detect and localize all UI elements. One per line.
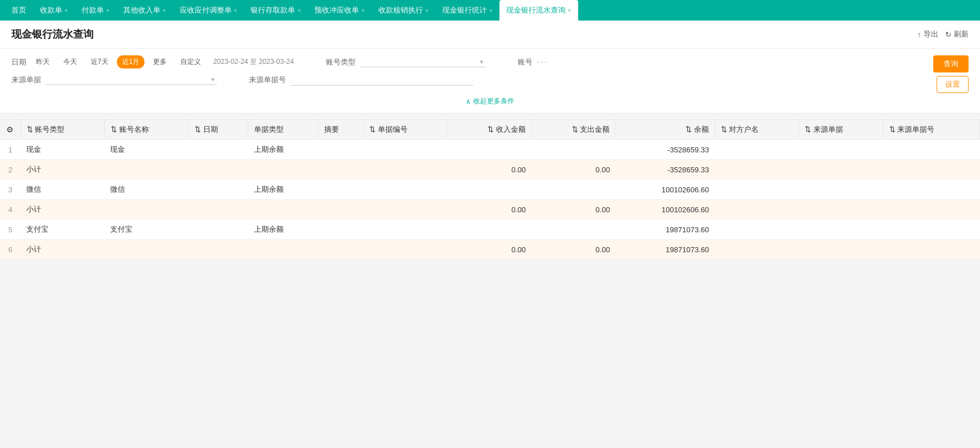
close-icon[interactable]: × (106, 7, 110, 14)
cell-source_doc (799, 140, 883, 160)
table-header: ⚙ ⇅ 账号类型 ⇅ 账号名称 ⇅ 日期 单据类型 摘要 ⇅ 单据编号 ⇅ 收入… (0, 120, 980, 140)
nav-tab-label: 收款单 (40, 5, 62, 15)
header-actions: ↑ 导出 ↻ 刷新 (918, 29, 969, 39)
nav-tab-label: 预收冲应收单 (314, 5, 359, 15)
cell-summary (318, 160, 363, 180)
cell-expense: 0.00 (531, 160, 615, 180)
close-icon[interactable]: × (361, 7, 365, 14)
refresh-icon: ↻ (945, 30, 951, 39)
nav-home[interactable]: 首页 (5, 5, 33, 15)
col-expense[interactable]: ⇅ 支出金额 (531, 120, 615, 140)
cell-date (189, 240, 248, 260)
cell-expense (531, 140, 615, 160)
cell-expense: 0.00 (531, 200, 615, 220)
nav-tab-label: 现金银行统计 (442, 5, 487, 15)
date-option-今天[interactable]: 今天 (58, 55, 82, 68)
cell-summary (318, 240, 363, 260)
cell-account_name: 微信 (104, 180, 188, 200)
nav-tab-7[interactable]: 现金银行统计× (435, 0, 499, 21)
close-icon[interactable]: × (297, 7, 301, 14)
cell-summary (318, 140, 363, 160)
nav-tab-1[interactable]: 付款单× (75, 0, 116, 21)
col-source-doc-no[interactable]: ⇅ 来源单据号 (883, 120, 979, 140)
close-icon[interactable]: × (568, 7, 571, 14)
col-summary[interactable]: 摘要 (318, 120, 363, 140)
export-button[interactable]: ↑ 导出 (918, 29, 939, 39)
col-date[interactable]: ⇅ 日期 (189, 120, 248, 140)
cell-doc_type (248, 240, 318, 260)
date-option-近1月[interactable]: 近1月 (117, 55, 145, 68)
cell-date (189, 220, 248, 240)
query-button[interactable]: 查询 (933, 55, 969, 72)
date-label: 日期 (11, 57, 26, 67)
col-income[interactable]: ⇅ 收入金额 (447, 120, 531, 140)
cell-counterpart (715, 240, 798, 260)
collapse-button[interactable]: ∧ 收起更多条件 (466, 96, 514, 106)
source-chevron-icon: ▾ (211, 76, 215, 83)
cell-date (189, 140, 248, 160)
refresh-button[interactable]: ↻ 刷新 (945, 29, 969, 39)
cell-row-num: 5 (0, 220, 21, 240)
nav-tab-label: 现金银行流水查询 (506, 5, 566, 15)
col-settings[interactable]: ⚙ (0, 120, 21, 140)
cell-doc_no (363, 180, 447, 200)
col-doc-type[interactable]: 单据类型 (248, 120, 318, 140)
nav-tab-8[interactable]: 现金银行流水查询× (499, 0, 578, 21)
page-title: 现金银行流水查询 (11, 27, 94, 41)
source-doc-select[interactable]: ▾ (46, 75, 217, 85)
cell-balance: 100102606.60 (616, 180, 715, 200)
cell-source_doc_no (883, 220, 979, 240)
account-more-button[interactable]: ··· (537, 57, 548, 67)
nav-tab-4[interactable]: 银行存取款单× (244, 0, 308, 21)
cell-summary (318, 180, 363, 200)
date-option-更多[interactable]: 更多 (148, 55, 172, 68)
source-doc-no-label: 来源单据号 (249, 75, 286, 85)
source-doc-no-input[interactable] (291, 74, 473, 86)
date-option-昨天[interactable]: 昨天 (31, 55, 55, 68)
col-account-type[interactable]: ⇅ 账号类型 (21, 120, 104, 140)
cell-source_doc_no (883, 180, 979, 200)
cell-balance: -3528659.33 (616, 140, 715, 160)
nav-tab-0[interactable]: 收款单× (33, 0, 75, 21)
cell-source_doc_no (883, 200, 979, 220)
cell-date (189, 180, 248, 200)
refresh-label: 刷新 (954, 29, 969, 39)
cell-account_name: 支付宝 (104, 220, 188, 240)
nav-tab-2[interactable]: 其他收入单× (116, 0, 173, 21)
cell-doc_no (363, 200, 447, 220)
col-account-name[interactable]: ⇅ 账号名称 (104, 120, 188, 140)
close-icon[interactable]: × (489, 7, 493, 14)
close-icon[interactable]: × (64, 7, 68, 14)
cell-row-num: 3 (0, 180, 21, 200)
cell-account_name (104, 160, 188, 180)
export-label: 导出 (923, 29, 938, 39)
nav-tab-5[interactable]: 预收冲应收单× (308, 0, 372, 21)
col-counterpart[interactable]: ⇅ 对方户名 (715, 120, 798, 140)
cell-doc_type: 上期余额 (248, 220, 318, 240)
col-source-doc[interactable]: ⇅ 来源单据 (799, 120, 883, 140)
page-header: 现金银行流水查询 ↑ 导出 ↻ 刷新 (0, 21, 980, 49)
filter-row-1: 日期 昨天今天近7天近1月更多自定义 2023-02-24 至 2023-03-… (11, 55, 933, 68)
cell-row-num: 4 (0, 200, 21, 220)
col-doc-no[interactable]: ⇅ 单据编号 (363, 120, 447, 140)
col-balance[interactable]: ⇅ 余额 (616, 120, 715, 140)
cell-expense: 0.00 (531, 240, 615, 260)
close-icon[interactable]: × (234, 7, 237, 14)
cell-counterpart (715, 160, 798, 180)
close-icon[interactable]: × (163, 7, 166, 14)
cell-account_name (104, 200, 188, 220)
account-type-select[interactable]: ▾ (360, 57, 486, 67)
nav-tab-3[interactable]: 应收应付调整单× (173, 0, 244, 21)
settings-button[interactable]: 设置 (937, 76, 969, 93)
close-icon[interactable]: × (425, 7, 429, 14)
date-option-自定义[interactable]: 自定义 (175, 55, 206, 68)
nav-tab-6[interactable]: 收款核销执行× (372, 0, 435, 21)
cell-source_doc_no (883, 240, 979, 260)
cell-balance: 19871073.60 (616, 220, 715, 240)
cell-source_doc (799, 240, 883, 260)
cell-income (447, 220, 531, 240)
date-option-近7天[interactable]: 近7天 (86, 55, 114, 68)
table-row: 6小计0.000.0019871073.60 (0, 240, 980, 260)
cell-source_doc (799, 200, 883, 220)
nav-tab-label: 付款单 (82, 5, 104, 15)
